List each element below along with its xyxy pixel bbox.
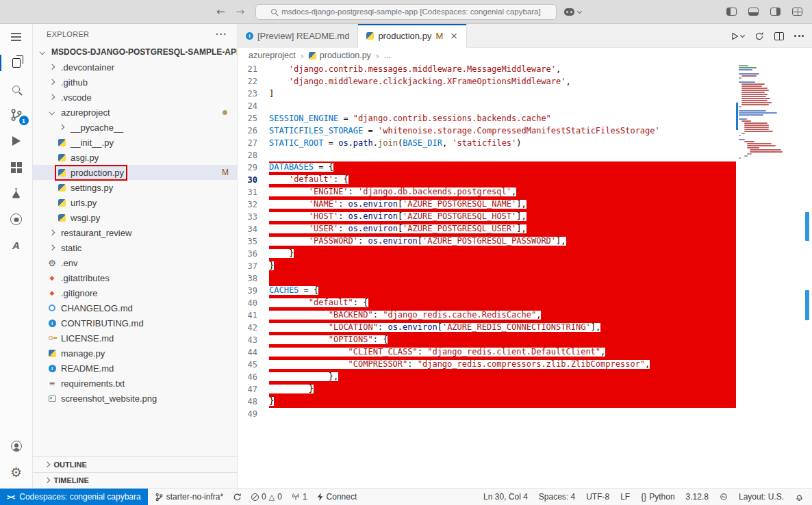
tree-item-wsgi-py[interactable]: wsgi.py [33,210,237,225]
tree-item-contributing-md[interactable]: iCONTRIBUTING.md [33,315,237,331]
outline-section[interactable]: OUTLINE [33,456,237,472]
connect-item[interactable]: Connect [317,492,357,502]
accounts-button[interactable] [0,433,33,459]
code-line-23[interactable]: 23] [238,88,736,100]
tree-item-pycache[interactable]: __pycache__ [33,120,237,135]
code-line-49[interactable]: 49 [238,408,736,420]
tree-item-msdocs-django-postgresql-sample-app[interactable]: MSDOCS-DJANGO-POSTGRESQL-SAMPLE-APP... [33,44,237,60]
tree-item-license-md[interactable]: LICENSE.md [33,331,237,346]
code-line-28[interactable]: 28 [238,149,736,161]
tree-item-init-py[interactable]: __init__.py [33,135,237,150]
settings-button[interactable]: ⚙ [0,459,33,485]
tree-item-asgi-py[interactable]: asgi.py [33,150,237,165]
code-line-29[interactable]: 29DATABASES = { [238,161,736,174]
indentation[interactable]: Spaces: 4 [539,492,575,502]
timeline-section[interactable]: TIMELINE [33,472,237,488]
tree-item-screenshot-website-png[interactable]: screenshot_website.png [33,391,237,406]
python-version[interactable]: 3.12.8 [686,492,709,502]
tree-item-requirements-txt[interactable]: ≡requirements.txt [33,376,237,391]
toggle-panel-icon[interactable] [748,8,759,16]
source-control-view-button[interactable]: 1 [0,102,33,128]
tree-item-vscode[interactable]: .vscode [33,90,237,105]
more-actions-icon[interactable]: ··· [216,29,227,40]
close-icon[interactable]: × [450,30,458,41]
encoding[interactable]: UTF-8 [586,492,609,502]
tab-production-py[interactable]: production.py M × [358,24,467,48]
tree-item-urls-py[interactable]: urls.py [33,195,237,210]
code-line-42[interactable]: 42 "LOCATION": os.environ['AZURE_REDIS_C… [238,322,736,334]
run-debug-view-button[interactable] [0,128,33,154]
code-line-48[interactable]: 48} [238,396,736,408]
code-line-25[interactable]: 25SESSION_ENGINE = "django.contrib.sessi… [238,112,736,125]
keyboard-layout[interactable]: Layout: U.S. [739,492,784,502]
code-line-44[interactable]: 44 "CLIENT_CLASS": "django_redis.client.… [238,346,736,359]
tree-item-manage-py[interactable]: manage.py [33,346,237,361]
code-line-35[interactable]: 35 'PASSWORD': os.environ['AZURE_POSTGRE… [238,235,736,248]
testing-view-button[interactable] [0,180,33,206]
code-line-31[interactable]: 31 'ENGINE': 'django.db.backends.postgre… [238,186,736,198]
code-line-36[interactable]: 36 } [238,248,736,260]
language-mode[interactable]: {} Python [641,492,674,502]
tree-item-azureproject[interactable]: azureproject [33,105,237,120]
split-editor-button[interactable] [774,32,784,40]
cursor-position[interactable]: Ln 30, Col 4 [483,492,528,502]
code-line-22[interactable]: 22 'django.middleware.clickjacking.XFram… [238,75,736,88]
code-line-27[interactable]: 27STATIC_ROOT = os.path.join(BASE_DIR, '… [238,137,736,149]
remote-indicator[interactable]: >< Codespaces: congenial capybara [0,489,148,505]
code-line-45[interactable]: 45 "COMPRESSOR": "django_redis.compresso… [238,359,736,371]
tree-item-devcontainer[interactable]: .devcontainer [33,60,237,75]
code-line-34[interactable]: 34 'USER': os.environ['AZURE_POSTGRESQL_… [238,223,736,235]
tree-item-production-py[interactable]: production.pyM [33,165,237,180]
code-line-47[interactable]: 47 } [238,383,736,396]
code-line-37[interactable]: 37} [238,260,736,272]
breadcrumb-symbol[interactable]: ... [384,51,391,60]
tree-item-settings-py[interactable]: settings.py [33,180,237,195]
explorer-view-button[interactable] [0,50,33,76]
code-line-46[interactable]: 46 }, [238,371,736,383]
menu-button[interactable] [0,24,33,50]
search-view-button[interactable] [0,76,33,102]
code-line-26[interactable]: 26STATICFILES_STORAGE = 'whitenoise.stor… [238,125,736,137]
code-line-38[interactable]: 38 [238,272,736,285]
sync-button[interactable] [233,493,242,502]
tree-item-readme-md[interactable]: iREADME.md [33,361,237,376]
tree-item-gitignore[interactable]: ◆.gitignore [33,285,237,300]
tree-item-static[interactable]: static [33,240,237,255]
code-line-33[interactable]: 33 'HOST': os.environ['AZURE_POSTGRESQL_… [238,211,736,223]
more-actions-icon[interactable] [794,35,804,37]
breadcrumb-folder[interactable]: azureproject [249,51,296,60]
back-icon[interactable]: ← [216,5,225,18]
code-line-43[interactable]: 43 "OPTIONS": { [238,334,736,346]
code-line-24[interactable]: 24 [238,100,736,112]
problems-item[interactable]: 0 △ 0 [251,492,282,502]
code-line-39[interactable]: 39CACHES = { [238,285,736,297]
command-center-search[interactable]: msdocs-django-postgresql-sample-app [Cod… [255,4,557,20]
customize-layout-icon[interactable] [792,8,802,16]
code-line-21[interactable]: 21 'django.contrib.messages.middleware.M… [238,63,736,75]
ports-item[interactable]: 1 [292,492,307,502]
code-line-32[interactable]: 32 'NAME': os.environ['AZURE_POSTGRESQL_… [238,198,736,211]
code-line-30[interactable]: 30 'default': { [238,174,736,186]
eol-sequence[interactable]: LF [620,492,630,502]
branch-item[interactable]: starter-no-infra* [155,492,223,502]
minimap[interactable] [736,63,801,488]
github-view-button[interactable] [0,206,33,232]
notifications-button[interactable] [795,493,804,502]
tree-item-gitattributes[interactable]: ◆.gitattributes [33,270,237,285]
open-changes-button[interactable] [754,31,764,41]
python-interpreter[interactable] [720,493,728,501]
azure-view-button[interactable]: A [0,232,33,258]
extensions-view-button[interactable] [0,154,33,180]
tree-item-restaurant-review[interactable]: restaurant_review [33,225,237,240]
run-python-file-button[interactable] [730,31,744,41]
code-line-41[interactable]: 41 "BACKEND": "django_redis.cache.RedisC… [238,309,736,322]
toggle-secondary-sidebar-icon[interactable] [770,8,781,16]
code-line-40[interactable]: 40 "default": { [238,297,736,309]
copilot-menu[interactable] [564,0,581,24]
tree-item-changelog-md[interactable]: CHANGELOG.md [33,300,237,315]
forward-icon[interactable]: → [236,5,245,18]
code-editor[interactable]: 21 'django.contrib.messages.middleware.M… [238,63,812,488]
tab-preview-readme[interactable]: i [Preview] README.md [238,24,358,48]
toggle-primary-sidebar-icon[interactable] [726,8,737,16]
tree-item-env[interactable]: ⚙.env [33,255,237,270]
